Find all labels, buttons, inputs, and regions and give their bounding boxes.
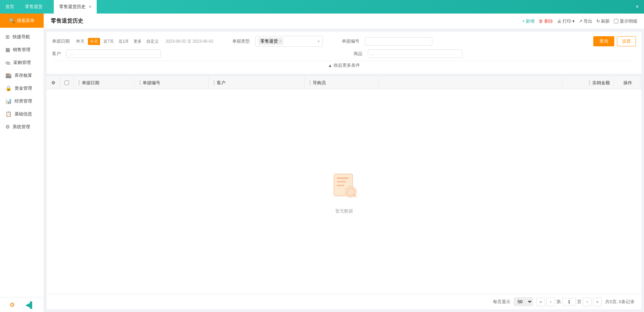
th-amount[interactable]: ▲ ▼ 实销金额 (562, 76, 614, 89)
refresh-icon: ↻ (596, 19, 600, 24)
guide-sort-arrows: ▲ ▼ (309, 80, 311, 86)
page-number-input[interactable]: 1 (562, 298, 576, 306)
th-guide[interactable]: ▲ ▼ 导购员 (305, 76, 379, 89)
sidebar-item-system-mgmt[interactable]: ⚙ 系统管理 (0, 120, 44, 133)
sidebar-item-purchase-label: 采购管理 (13, 60, 31, 66)
export-button[interactable]: ↗ 导出 (579, 18, 592, 24)
show-detail-input[interactable] (614, 19, 618, 23)
delete-button[interactable]: 🗑 删除 (539, 18, 553, 24)
date-opt-yesterday[interactable]: 昨天 (75, 38, 86, 45)
th-customer-label: 客户 (217, 80, 225, 86)
print-button[interactable]: 🖨 打印 ▾ (557, 18, 575, 24)
page-title: 零售退货历史 (51, 18, 83, 25)
th-no[interactable]: ▲ ▼ 单据编号 (135, 76, 209, 89)
sidebar-item-inventory-label: 库存核算 (15, 72, 32, 79)
sidebar-item-quick-nav[interactable]: ⊞ 快捷导航 (0, 30, 44, 43)
show-detail-checkbox[interactable]: 显示明细 (614, 18, 637, 24)
sidebar-item-inventory[interactable]: 🏬 库存核算 (0, 69, 44, 82)
tab-home[interactable]: 首页 (0, 0, 20, 14)
next-page-button[interactable]: › (583, 297, 592, 306)
sidebar-item-finance[interactable]: 🔒 资金管理 (0, 82, 44, 95)
th-checkbox[interactable] (60, 76, 74, 89)
total-info: 共0页, 0条记录 (605, 299, 635, 305)
sidebar-item-basic-info[interactable]: 📋 基础信息 (0, 108, 44, 120)
refresh-button[interactable]: ↻ 刷新 (596, 18, 610, 24)
refresh-label: 刷新 (601, 18, 610, 24)
print-label: 打印 (563, 18, 571, 24)
goods-filter-label: 商品 (354, 51, 362, 57)
tab-retail-return-history-close[interactable]: × (89, 4, 91, 9)
pagination: 每页显示 10 20 50 100 « ‹ 第 1 页 › » (47, 294, 641, 309)
table-area: ⚙ ▲ ▼ 单据日期 ▲ ▼ 单据编号 (47, 76, 641, 309)
filter-area: 单据日期 昨天 今天 近7天 近1月 更多 自定义 2023-06-02 至 2… (47, 32, 641, 74)
goods-input[interactable] (368, 49, 462, 58)
svg-rect-2 (337, 181, 346, 182)
sidebar-item-purchase-mgmt[interactable]: 🛍 采购管理 (0, 56, 44, 69)
sidebar-item-operation[interactable]: 📊 经营管理 (0, 95, 44, 108)
type-select[interactable]: 零售退货 × ▾ (255, 36, 323, 47)
window-close-button[interactable]: × (630, 4, 644, 10)
sidebar-bottom: ⚙ ◀▌ (0, 297, 44, 312)
date-opt-more[interactable]: 更多 (132, 38, 143, 45)
prev-page-button[interactable]: ‹ (546, 297, 555, 306)
date-opt-1month[interactable]: 近1月 (117, 38, 130, 45)
tab-retail-return-history[interactable]: 零售退货历史 × (54, 0, 97, 14)
date-opt-7days[interactable]: 近7天 (102, 38, 115, 45)
th-date[interactable]: ▲ ▼ 单据日期 (74, 76, 135, 89)
no-sort-arrows: ▲ ▼ (139, 80, 141, 86)
customer-input[interactable] (66, 49, 161, 58)
svg-rect-1 (337, 177, 349, 179)
export-label: 导出 (583, 18, 592, 24)
per-page-select[interactable]: 10 20 50 100 (514, 297, 533, 306)
last-page-button[interactable]: » (593, 297, 602, 306)
content-area: 零售退货历史 + 新增 🗑 删除 🖨 打印 ▾ ↗ 导出 ↻ 刷新 (44, 14, 644, 312)
date-opt-today[interactable]: 今天 (88, 38, 100, 45)
settings-bottom-icon[interactable]: ⚙ (9, 301, 15, 309)
date-range-display: 2023-06-02 至 2023-06-02 (165, 39, 213, 44)
customer-filter-label: 客户 (52, 51, 61, 57)
main-layout: 🔍 搜索菜单 ⊞ 快捷导航 ▦ 销售管理 🛍 采购管理 🏬 库存核算 🔒 (0, 14, 644, 312)
empty-state-icon (327, 169, 361, 203)
finance-icon: 🔒 (5, 85, 12, 91)
th-settings[interactable]: ⚙ (47, 76, 60, 89)
voucher-input[interactable] (365, 37, 432, 46)
filter-collapse-button[interactable]: ▲ 收起更多条件 (52, 61, 636, 70)
page-info: 第 1 页 (556, 298, 581, 306)
query-button[interactable]: 查询 (593, 36, 614, 46)
customer-sort-arrows: ▲ ▼ (213, 80, 215, 86)
th-customer[interactable]: ▲ ▼ 客户 (209, 76, 305, 89)
first-page-button[interactable]: « (536, 297, 545, 306)
setting-button[interactable]: 设置 (617, 36, 636, 46)
volume-icon[interactable]: ◀▌ (25, 301, 34, 309)
date-options: 昨天 今天 近7天 近1月 更多 自定义 (75, 38, 160, 45)
operation-icon: 📊 (5, 98, 12, 104)
sidebar: 🔍 搜索菜单 ⊞ 快捷导航 ▦ 销售管理 🛍 采购管理 🏬 库存核算 🔒 (0, 14, 44, 312)
sidebar-item-sales-mgmt[interactable]: ▦ 销售管理 (0, 43, 44, 56)
tab-retail-return[interactable]: 零售退货 × (20, 0, 54, 14)
sidebar-search-button[interactable]: 🔍 搜索菜单 (0, 14, 44, 28)
tab-retail-return-close[interactable]: × (46, 4, 48, 9)
type-tag-value: 零售退货 (260, 38, 278, 44)
sidebar-item-system-label: 系统管理 (13, 124, 30, 130)
show-detail-label: 显示明细 (620, 18, 637, 24)
type-dropdown-icon: ▾ (318, 39, 320, 44)
th-date-label: 单据日期 (82, 80, 99, 86)
export-icon: ↗ (579, 19, 582, 24)
goods-filter-section (368, 49, 636, 58)
sidebar-item-quick-nav-label: 快捷导航 (13, 34, 30, 40)
date-sort-arrows: ▲ ▼ (78, 80, 80, 86)
new-button[interactable]: + 新增 (522, 18, 534, 24)
customer-filter-section (66, 49, 335, 58)
sales-icon: ▦ (5, 47, 10, 53)
top-bar: 首页 零售退货 × 零售退货历史 × × (0, 0, 644, 14)
filter-row-2: 客户 商品 (52, 49, 636, 58)
date-opt-custom[interactable]: 自定义 (145, 38, 160, 45)
sidebar-item-finance-label: 资金管理 (15, 85, 32, 91)
table-header: ⚙ ▲ ▼ 单据日期 ▲ ▼ 单据编号 (47, 76, 641, 89)
th-action-label: 操作 (623, 80, 632, 86)
select-all-checkbox[interactable] (65, 81, 69, 85)
sidebar-item-basic-info-label: 基础信息 (15, 111, 32, 117)
th-no-label: 单据编号 (143, 80, 160, 86)
type-tag-close[interactable]: × (279, 39, 281, 43)
sidebar-search-label: 搜索菜单 (17, 18, 34, 24)
